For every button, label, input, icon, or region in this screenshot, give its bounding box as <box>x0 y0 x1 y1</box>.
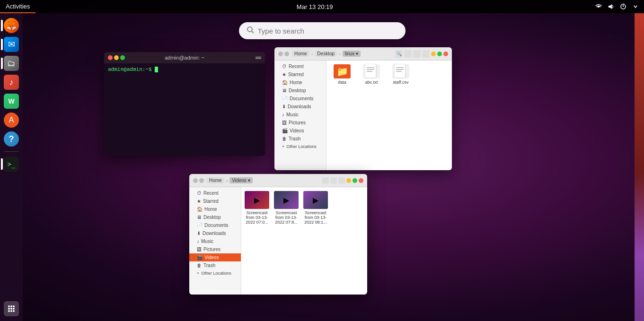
window-controls-2 <box>193 178 204 183</box>
dock-item-show-apps[interactable] <box>3 300 20 317</box>
fm2-sidebar-other[interactable]: +Other Locations <box>189 269 241 277</box>
fm2-sidebar-desktop[interactable]: 🖥Desktop <box>189 213 241 221</box>
fm1-sidebar-other[interactable]: +Other Locations <box>274 143 326 150</box>
file-name: Screencast from 03-13-2022 07:0... <box>245 210 269 225</box>
terminal-body[interactable]: admin@admin:~$ <box>104 63 265 156</box>
fm1-sidebar-trash[interactable]: 🗑Trash <box>274 135 326 143</box>
dock-item-firefox[interactable]: 🦊 <box>3 17 20 34</box>
fm1-close[interactable] <box>443 52 448 56</box>
fm2-minimize[interactable] <box>346 178 351 183</box>
fm2-main: ▶ Screencast from 03-13-2022 07:0... ▶ S… <box>241 187 367 295</box>
fm1-sidebar-starred[interactable]: ★Starred <box>274 70 326 78</box>
fm2-toolbar-right <box>322 177 363 184</box>
back-button[interactable] <box>193 178 198 183</box>
fm2-sidebar-starred[interactable]: ★Starred <box>189 197 241 205</box>
fm2-sidebar: ⏱Recent ★Starred 🏠Home 🖥Desktop 📄Documen… <box>189 187 241 295</box>
svg-point-7 <box>13 308 15 310</box>
fm2-sort-button[interactable] <box>338 177 345 184</box>
fm2-path-home[interactable]: Home <box>207 177 224 183</box>
dock-item-thunderbird[interactable]: ✉ <box>3 36 20 53</box>
fm2-sidebar-pictures[interactable]: 🖼Pictures <box>189 245 241 253</box>
fm2-view-toggle[interactable] <box>330 177 337 184</box>
close-button[interactable] <box>108 55 113 60</box>
fm2-sidebar-documents[interactable]: 📄Documents <box>189 221 241 229</box>
fm2-video-2[interactable]: ▶ Screencast from 03-13-2022 07:8... <box>274 191 298 225</box>
dock-item-help[interactable]: ? <box>3 130 20 147</box>
search-input[interactable] <box>258 27 398 35</box>
fm1-sidebar-videos[interactable]: 🎬Videos <box>274 127 326 135</box>
dock-item-ubuntu-software[interactable]: A <box>3 112 20 129</box>
fm2-sidebar-home[interactable]: 🏠Home <box>189 205 241 213</box>
search-bar <box>239 22 406 39</box>
dock: 🦊 ✉ 🗂 ♪ W A ? >_ <box>0 13 23 321</box>
fm2-path-videos[interactable]: Videos ▾ <box>229 177 252 183</box>
fm1-files-grid: 📁 data abc.txt <box>330 64 448 85</box>
back-button[interactable] <box>278 52 283 56</box>
file-manager-window-1[interactable]: Home › Desktop › linux ▾ 🔍 ⏱Recent ★Star… <box>274 47 452 170</box>
video-thumbnail: ▶ <box>303 191 328 209</box>
svg-point-8 <box>8 310 10 312</box>
fm1-maximize[interactable] <box>437 52 442 56</box>
sound-icon[interactable] <box>606 2 616 11</box>
chevron-down-icon[interactable] <box>631 2 640 11</box>
fm1-minimize[interactable] <box>431 52 436 56</box>
fm2-sidebar-recent[interactable]: ⏱Recent <box>189 189 241 197</box>
maximize-button[interactable] <box>120 55 125 60</box>
fm2-sidebar-music[interactable]: ♪Music <box>189 237 241 245</box>
terminal-prompt-line: admin@admin:~$ <box>108 66 261 72</box>
svg-point-4 <box>13 305 15 307</box>
fm1-sidebar-downloads[interactable]: ⬇Downloads <box>274 103 326 111</box>
fm1-sidebar-documents[interactable]: 📄Documents <box>274 95 326 103</box>
minimize-button[interactable] <box>114 55 119 60</box>
svg-point-5 <box>8 308 10 310</box>
svg-point-6 <box>10 308 12 310</box>
fm1-path-linux[interactable]: linux ▾ <box>343 51 361 57</box>
fm2-sidebar-videos[interactable]: 🎬Videos <box>189 253 241 261</box>
fm1-sidebar-music[interactable]: ♪Music <box>274 111 326 119</box>
terminal-menu-icons <box>244 55 261 61</box>
window-controls <box>108 55 125 60</box>
forward-button[interactable] <box>284 52 289 56</box>
fm1-view-toggle[interactable] <box>404 50 412 58</box>
fm1-sidebar-home[interactable]: 🏠Home <box>274 78 326 87</box>
fm1-path-home[interactable]: Home <box>292 51 309 57</box>
dock-item-libreoffice[interactable]: W <box>3 93 20 110</box>
active-indicator <box>1 58 3 69</box>
search-input-wrap <box>239 22 406 39</box>
fm2-close[interactable] <box>359 178 363 183</box>
fm1-sidebar-pictures[interactable]: 🖼Pictures <box>274 119 326 127</box>
forward-button[interactable] <box>199 178 204 183</box>
rhythmbox-icon: ♪ <box>4 75 19 90</box>
right-panel <box>635 13 644 321</box>
power-icon[interactable] <box>618 2 628 11</box>
terminal-window[interactable]: admin@admin: ~ admin@admin:~$ <box>104 52 265 156</box>
fm2-video-1[interactable]: ▶ Screencast from 03-13-2022 07:0... <box>245 191 269 225</box>
fm1-path-desktop[interactable]: Desktop <box>315 51 337 57</box>
fm1-sidebar-recent[interactable]: ⏱Recent <box>274 62 326 70</box>
fm2-sidebar-trash[interactable]: 🗑Trash <box>189 261 241 269</box>
firefox-icon: 🦊 <box>4 18 19 33</box>
fm1-sort-button[interactable] <box>413 50 421 58</box>
fm2-video-3[interactable]: ▶ Screencast from 03-13-2022 08:1... <box>304 191 327 225</box>
dock-item-rhythmbox[interactable]: ♪ <box>3 74 20 91</box>
fm2-maximize[interactable] <box>353 178 357 183</box>
fm1-file-staff[interactable]: staff.csv <box>389 64 413 85</box>
active-indicator <box>1 39 3 50</box>
fm2-sidebar-downloads[interactable]: ⬇Downloads <box>189 229 241 237</box>
fm1-file-data[interactable]: 📁 data <box>330 64 354 85</box>
network-icon[interactable] <box>594 2 603 11</box>
file-manager-window-2[interactable]: Home › Videos ▾ ⏱Recent ★Starred 🏠Home <box>189 174 367 295</box>
fm1-file-abc[interactable]: abc.txt <box>360 64 383 85</box>
dock-item-terminal[interactable]: >_ <box>3 156 20 173</box>
svg-point-9 <box>10 310 12 312</box>
fm1-sidebar-desktop[interactable]: 🖥Desktop <box>274 87 326 95</box>
text-file-icon <box>363 64 380 78</box>
fm2-search-button[interactable] <box>322 177 329 184</box>
fm1-menu-button[interactable] <box>422 50 430 58</box>
fm1-sidebar: ⏱Recent ★Starred 🏠Home 🖥Desktop 📄Documen… <box>274 61 326 170</box>
terminal-titlebar: admin@admin: ~ <box>104 52 265 63</box>
dock-item-files[interactable]: 🗂 <box>3 55 20 72</box>
fm1-search-button[interactable]: 🔍 <box>395 50 403 58</box>
activities-button[interactable]: Activities <box>0 0 35 13</box>
topbar: Activities Mar 13 20:19 <box>0 0 644 13</box>
